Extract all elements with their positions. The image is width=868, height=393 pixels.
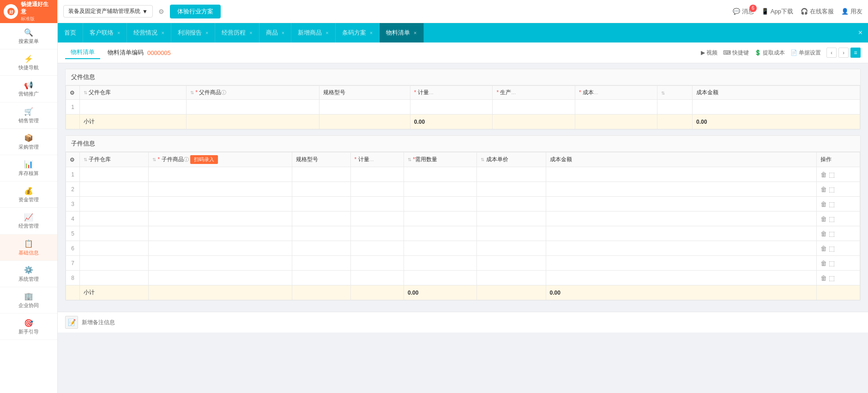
page-tab-bom-list[interactable]: 物料清单	[65, 46, 100, 59]
child-warehouse-8[interactable]	[80, 271, 149, 285]
user-item[interactable]: 👤 用友	[841, 7, 862, 16]
single-settings-btn[interactable]: 📄 单据设置	[790, 49, 821, 57]
system-selector[interactable]: 装备及固定资产辅助管理系统 ▼	[63, 5, 153, 18]
child-sort2[interactable]: ⇅	[152, 157, 156, 162]
next-btn[interactable]: ›	[838, 48, 849, 58]
copy-icon-5[interactable]: ⬚	[829, 230, 835, 237]
child-goods-1[interactable]	[149, 167, 292, 182]
child-unit-cost-8[interactable]	[477, 271, 546, 285]
sort-icon3[interactable]: ⇅	[661, 91, 665, 96]
child-spec-7[interactable]	[292, 256, 350, 271]
scan-button[interactable]: 扫码录入	[190, 155, 218, 164]
delete-icon-2[interactable]: 🗑	[820, 186, 827, 193]
child-warehouse-3[interactable]	[80, 197, 149, 212]
child-qty-5[interactable]	[404, 226, 476, 241]
shortcut-btn[interactable]: ⌨ 快捷键	[723, 49, 749, 57]
tab-home[interactable]: 首页	[58, 23, 83, 42]
child-unit-cost-1[interactable]	[477, 167, 546, 182]
child-warehouse-5[interactable]	[80, 226, 149, 241]
child-spec-5[interactable]	[292, 226, 350, 241]
tab-customer[interactable]: 客户联络×	[83, 23, 127, 42]
child-spec-4[interactable]	[292, 212, 350, 226]
child-unit-8[interactable]	[350, 271, 404, 285]
tab-business[interactable]: 经营情况×	[127, 23, 171, 42]
delete-icon-1[interactable]: 🗑	[820, 171, 827, 178]
child-goods-8[interactable]	[149, 271, 292, 285]
child-goods-2[interactable]	[149, 182, 292, 197]
parent-warehouse-1[interactable]	[80, 100, 187, 115]
child-warehouse-4[interactable]	[80, 212, 149, 226]
child-qty-3[interactable]	[404, 197, 476, 212]
sidebar-item-guide[interactable]: 🎯 新手引导	[0, 314, 57, 340]
child-warehouse-2[interactable]	[80, 182, 149, 197]
child-qty-6[interactable]	[404, 241, 476, 256]
child-unit-5[interactable]	[350, 226, 404, 241]
child-spec-8[interactable]	[292, 271, 350, 285]
sidebar-item-basic[interactable]: 📋 基础信息	[0, 235, 57, 261]
child-unit-cost-5[interactable]	[477, 226, 546, 241]
child-goods-6[interactable]	[149, 241, 292, 256]
close-profit-tab[interactable]: ×	[205, 30, 208, 36]
child-sort3[interactable]: ⇅	[408, 157, 411, 162]
child-sort1[interactable]: ⇅	[84, 157, 87, 162]
close-history-tab[interactable]: ×	[249, 30, 252, 36]
tab-barcode[interactable]: 条码方案×	[336, 23, 380, 42]
child-unit-cost-2[interactable]	[477, 182, 546, 197]
copy-icon-1[interactable]: ⬚	[829, 171, 835, 178]
parent-col-settings[interactable]: ⚙	[66, 86, 80, 100]
extract-cost-btn[interactable]: 💲 提取成本	[754, 49, 785, 57]
tab-new-goods[interactable]: 新增商品×	[291, 23, 335, 42]
child-qty-1[interactable]	[404, 167, 476, 182]
child-unit-2[interactable]	[350, 182, 404, 197]
delete-icon-7[interactable]: 🗑	[820, 260, 827, 267]
grid-view-btn[interactable]: ≡	[850, 48, 861, 58]
sidebar-item-sales[interactable]: 🛒 销售管理	[0, 103, 57, 129]
tab-history[interactable]: 经营历程×	[215, 23, 259, 42]
message-item[interactable]: 💬 消息 6	[733, 7, 754, 16]
delete-icon-8[interactable]: 🗑	[820, 274, 827, 282]
child-unit-6[interactable]	[350, 241, 404, 256]
sidebar-item-enterprise[interactable]: 🏢 企业协同	[0, 287, 57, 314]
view-btn[interactable]: ▶ 视频	[701, 49, 717, 57]
sort-icon[interactable]: ⇅	[84, 90, 87, 95]
settings-icon[interactable]: ⚙	[158, 8, 164, 15]
close-barcode-tab[interactable]: ×	[370, 30, 373, 36]
trial-button[interactable]: 体验行业方案	[170, 5, 221, 18]
app-item[interactable]: 📱 App下载	[761, 7, 793, 16]
child-qty-8[interactable]	[404, 271, 476, 285]
child-spec-3[interactable]	[292, 197, 350, 212]
sidebar-item-inventory[interactable]: 📊 库存核算	[0, 155, 57, 181]
child-goods-4[interactable]	[149, 212, 292, 226]
add-note-icon[interactable]: 📝	[65, 316, 78, 329]
tab-goods[interactable]: 商品×	[259, 23, 291, 42]
delete-icon-3[interactable]: 🗑	[820, 200, 827, 208]
sort-icon2[interactable]: ⇅	[190, 90, 194, 95]
child-unit-1[interactable]	[350, 167, 404, 182]
child-unit-cost-3[interactable]	[477, 197, 546, 212]
child-unit-3[interactable]	[350, 197, 404, 212]
parent-unit-1[interactable]	[410, 100, 493, 115]
close-goods-tab[interactable]: ×	[282, 30, 284, 36]
sidebar-item-search[interactable]: 🔍 搜索菜单	[0, 23, 57, 49]
child-unit-4[interactable]	[350, 212, 404, 226]
child-qty-4[interactable]	[404, 212, 476, 226]
copy-icon-4[interactable]: ⬚	[829, 215, 835, 223]
copy-icon-3[interactable]: ⬚	[829, 200, 835, 208]
tab-bom[interactable]: 物料清单×	[380, 23, 423, 42]
sidebar-item-marketing[interactable]: 📢 营销推广	[0, 76, 57, 102]
sidebar-item-finance[interactable]: 💰 资金管理	[0, 181, 57, 208]
copy-icon-8[interactable]: ⬚	[829, 274, 835, 282]
child-goods-3[interactable]	[149, 197, 292, 212]
copy-icon-2[interactable]: ⬚	[829, 186, 835, 193]
support-item[interactable]: 🎧 在线客服	[801, 7, 834, 16]
parent-production-1[interactable]	[493, 100, 575, 115]
parent-goods-1[interactable]	[186, 100, 319, 115]
child-goods-5[interactable]	[149, 226, 292, 241]
sidebar-item-ops[interactable]: 📈 经营管理	[0, 208, 57, 234]
close-customer-tab[interactable]: ×	[117, 30, 120, 36]
close-new-goods-tab[interactable]: ×	[326, 30, 328, 36]
tab-profit[interactable]: 利润报告×	[171, 23, 215, 42]
child-qty-2[interactable]	[404, 182, 476, 197]
sidebar-item-system[interactable]: ⚙️ 系统管理	[0, 261, 57, 287]
copy-icon-7[interactable]: ⬚	[829, 260, 835, 267]
